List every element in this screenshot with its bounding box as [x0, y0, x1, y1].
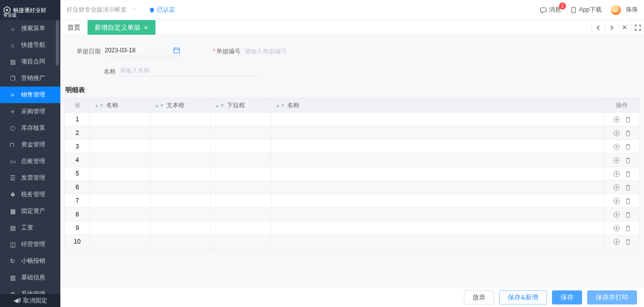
- sidebar-item-1[interactable]: ⌂快捷导航: [0, 37, 60, 53]
- delete-row-icon[interactable]: [625, 225, 631, 232]
- svg-rect-1: [540, 8, 546, 12]
- messages-button[interactable]: 消息 1: [540, 6, 561, 14]
- code-input[interactable]: [245, 48, 320, 55]
- package-icon: ⬡: [9, 125, 16, 132]
- sidebar-item-8[interactable]: ▭总账管理: [0, 153, 60, 170]
- tab-home[interactable]: 首页: [60, 20, 88, 35]
- add-row-icon[interactable]: [613, 198, 620, 204]
- table-row[interactable]: 8: [65, 207, 639, 221]
- fullscreen-button[interactable]: [631, 20, 644, 35]
- tab-new-custom-doc[interactable]: 新增自定义单据 ✕: [88, 20, 155, 35]
- table-row[interactable]: 9: [65, 221, 639, 235]
- delete-row-icon[interactable]: [625, 116, 631, 123]
- save-button[interactable]: 保存: [552, 290, 582, 304]
- tab-close-all-button[interactable]: ✕: [618, 20, 631, 35]
- col-name2[interactable]: ▲▼名称: [271, 98, 604, 112]
- add-row-icon[interactable]: [613, 116, 620, 123]
- receipt-icon: ☲: [9, 175, 16, 182]
- table-row[interactable]: 5: [65, 167, 639, 180]
- sidebar-item-12[interactable]: ▤工资: [0, 219, 60, 236]
- col-name[interactable]: ▲▼名称: [90, 98, 150, 112]
- footer-actions: 放弃 保存&新增 保存 保存并打印: [60, 287, 644, 307]
- svg-point-0: [6, 9, 8, 11]
- date-label: 单据日期: [60, 47, 101, 56]
- add-row-icon[interactable]: [613, 130, 620, 136]
- tab-prev-button[interactable]: [592, 20, 605, 35]
- sidebar-item-11[interactable]: ▦固定资产: [0, 203, 60, 219]
- sidebar-item-0[interactable]: ⌕搜索菜单: [0, 20, 60, 37]
- add-row-icon[interactable]: [613, 225, 620, 232]
- date-field[interactable]: 2023-03-18: [105, 47, 180, 56]
- user-menu[interactable]: 珠珠: [611, 5, 638, 15]
- app-download-button[interactable]: App下载: [570, 6, 602, 14]
- add-row-icon[interactable]: [613, 157, 620, 164]
- delete-row-icon[interactable]: [625, 184, 631, 191]
- row-index: 7: [65, 194, 90, 207]
- sidebar-item-9[interactable]: ☲发票管理: [0, 170, 60, 186]
- code-label: 单据编号: [200, 47, 240, 56]
- name-field[interactable]: [120, 67, 261, 76]
- save-and-new-button[interactable]: 保存&新增: [499, 290, 547, 304]
- delete-row-icon[interactable]: [625, 211, 631, 218]
- table-row[interactable]: 4: [65, 153, 639, 167]
- name-label: 名称: [60, 67, 116, 76]
- chevron-down-icon[interactable]: ﹀: [131, 6, 137, 14]
- sidebar-unpin[interactable]: ◀Ⅱ 取消固定: [0, 294, 60, 307]
- tax-icon: ❖: [9, 191, 16, 198]
- info-icon: ▥: [9, 274, 16, 281]
- messages-badge: 1: [559, 3, 566, 10]
- table-row[interactable]: 2: [65, 126, 639, 139]
- account-selector[interactable]: 好业财专业版演示帐套: [66, 6, 127, 14]
- sidebar-item-15[interactable]: ▥基础信息: [0, 269, 60, 286]
- form-area: 单据日期 2023-03-18 单据编号 名称 明细表 ▲▼名称 ▲▼文本框 ▲…: [60, 35, 644, 287]
- close-icon[interactable]: ✕: [143, 24, 148, 31]
- cart-icon: ✧: [9, 108, 16, 115]
- detail-table: ▲▼名称 ▲▼文本框 ▲▼下拉框 ▲▼名称 操作 12345678910: [64, 98, 640, 249]
- add-row-icon[interactable]: [613, 211, 620, 218]
- brand-bar: 畅捷通好业财 专业版: [0, 0, 60, 20]
- tab-bar: 首页 新增自定义单据 ✕ ✕: [60, 20, 644, 35]
- sidebar-item-3[interactable]: ❐营销推广: [0, 70, 60, 87]
- name-input[interactable]: [120, 67, 261, 74]
- sidebar-item-2[interactable]: ▤项目合同: [0, 53, 60, 70]
- table-header: ▲▼名称 ▲▼文本框 ▲▼下拉框 ▲▼名称 操作: [65, 98, 639, 112]
- message-icon: [540, 7, 547, 14]
- add-row-icon[interactable]: [613, 171, 620, 177]
- col-dropdown[interactable]: ▲▼下拉框: [211, 98, 271, 112]
- table-row[interactable]: 10: [65, 235, 639, 248]
- delete-row-icon[interactable]: [625, 171, 631, 177]
- sidebar-item-14[interactable]: ↻小畅报销: [0, 253, 60, 269]
- row-index: 5: [65, 167, 90, 180]
- calendar-icon[interactable]: [173, 47, 180, 54]
- sidebar: ⌕搜索菜单⌂快捷导航▤项目合同❐营销推广✧销售管理✧采购管理⬡库存核算⛫资金管理…: [0, 20, 60, 307]
- delete-row-icon[interactable]: [625, 198, 631, 204]
- col-text[interactable]: ▲▼文本框: [150, 98, 211, 112]
- table-row[interactable]: 1: [65, 112, 639, 126]
- sidebar-item-4[interactable]: ✧销售管理: [0, 87, 60, 103]
- tab-next-button[interactable]: [605, 20, 618, 35]
- sort-icon: ▲▼: [215, 104, 225, 107]
- sidebar-item-7[interactable]: ⛫资金管理: [0, 136, 60, 153]
- refresh-icon: ↻: [9, 258, 16, 265]
- table-row[interactable]: 6: [65, 180, 639, 194]
- table-settings-button[interactable]: [65, 98, 90, 112]
- sidebar-item-13[interactable]: ◫经营管理: [0, 236, 60, 253]
- sort-icon: ▲▼: [94, 104, 104, 107]
- add-row-icon[interactable]: [613, 143, 620, 150]
- sidebar-item-10[interactable]: ❖税务管理: [0, 186, 60, 203]
- table-row[interactable]: 7: [65, 194, 639, 207]
- discard-button[interactable]: 放弃: [464, 290, 494, 304]
- code-field[interactable]: [245, 48, 320, 55]
- add-row-icon[interactable]: [613, 239, 620, 245]
- row-index: 9: [65, 221, 90, 235]
- table-row[interactable]: 3: [65, 139, 639, 153]
- delete-row-icon[interactable]: [625, 143, 631, 150]
- delete-row-icon[interactable]: [625, 157, 631, 164]
- sidebar-scrollbar[interactable]: [56, 20, 59, 307]
- add-row-icon[interactable]: [613, 184, 620, 191]
- sidebar-item-6[interactable]: ⬡库存核算: [0, 120, 60, 136]
- delete-row-icon[interactable]: [625, 239, 631, 245]
- sidebar-item-5[interactable]: ✧采购管理: [0, 103, 60, 120]
- save-and-print-button[interactable]: 保存并打印: [587, 290, 637, 304]
- delete-row-icon[interactable]: [625, 130, 631, 136]
